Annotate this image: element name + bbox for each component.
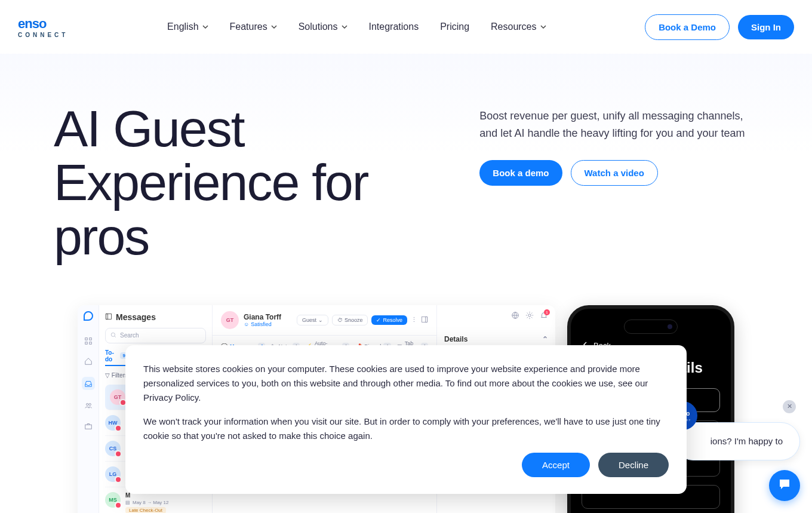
nav-integrations-label: Integrations xyxy=(369,21,419,32)
hero-left: AI Guest Experience for pros xyxy=(54,102,444,263)
chevron-down-icon xyxy=(342,24,347,30)
logo-text-top: enso xyxy=(18,16,68,32)
channel-badge-icon xyxy=(115,476,122,483)
hero-description: Boost revenue per guest, unify all messa… xyxy=(479,107,758,142)
main-nav: English Features Solutions Integrations … xyxy=(167,21,546,32)
logo-mini-icon xyxy=(84,311,93,321)
nav-features[interactable]: Features xyxy=(230,21,277,32)
bell-icon: 1 xyxy=(540,311,548,321)
home-icon xyxy=(84,357,93,366)
nav-language-label: English xyxy=(167,21,198,32)
resolve-label: Resolve xyxy=(383,317,402,323)
svg-point-1 xyxy=(528,314,531,317)
chat-fab-button[interactable] xyxy=(769,470,800,501)
svg-rect-13 xyxy=(426,317,427,322)
avatar: HW xyxy=(105,415,121,431)
chevron-down-icon xyxy=(202,24,208,30)
cookie-paragraph-1: This website stores cookies on your comp… xyxy=(143,362,669,405)
svg-rect-12 xyxy=(422,317,427,322)
nav-resources-label: Resources xyxy=(491,21,536,32)
hero-watch-video-button[interactable]: Watch a video xyxy=(571,160,658,186)
chat-status-text: Satisfied xyxy=(251,321,272,327)
nav-solutions[interactable]: Solutions xyxy=(299,21,347,32)
details-title-text: Details xyxy=(444,335,467,343)
site-header: enso CONNECT English Features Solutions … xyxy=(0,0,812,54)
nav-integrations[interactable]: Integrations xyxy=(369,21,419,32)
nav-solutions-label: Solutions xyxy=(299,21,338,32)
panel-toggle-icon xyxy=(421,316,428,324)
clock-icon: ⏱ xyxy=(337,317,343,323)
svg-point-11 xyxy=(111,333,115,336)
hero-right: Boost revenue per guest, unify all messa… xyxy=(479,102,758,263)
avatar: LG xyxy=(105,466,121,482)
chevron-down-icon xyxy=(540,24,546,30)
briefcase-icon xyxy=(84,421,93,431)
search-input: Search xyxy=(105,328,206,343)
messages-heading-text: Messages xyxy=(116,312,156,322)
chat-text: ions? I'm happy to xyxy=(710,436,783,446)
svg-rect-8 xyxy=(85,425,91,429)
chevron-down-icon xyxy=(271,24,277,30)
dp-topbar: 1 xyxy=(511,311,548,321)
filter-icon: ▽ xyxy=(105,372,112,379)
cookie-decline-button[interactable]: Decline xyxy=(598,453,669,477)
header-actions: Book a Demo Sign In xyxy=(645,14,794,40)
chat-header-name-block: Giana Torff ☺Satisfied xyxy=(244,313,281,327)
svg-rect-9 xyxy=(106,314,112,319)
notif-badge: 1 xyxy=(544,309,550,315)
avatar: GT xyxy=(110,389,125,405)
gear-icon xyxy=(525,311,534,321)
panel-icon xyxy=(105,312,112,322)
nav-features-label: Features xyxy=(230,21,267,32)
avatar: GT xyxy=(221,311,239,329)
dp-sidebar xyxy=(78,305,99,513)
users-icon xyxy=(84,401,93,410)
channel-badge-icon xyxy=(115,502,122,509)
svg-rect-5 xyxy=(89,342,91,345)
sign-in-button[interactable]: Sign In xyxy=(738,15,794,39)
convo-dates: May 8 → May 12 xyxy=(133,500,168,505)
channel-badge-icon xyxy=(115,450,122,457)
avatar: CS xyxy=(105,441,121,456)
cookie-accept-button[interactable]: Accept xyxy=(522,453,590,477)
hero-section: AI Guest Experience for pros Boost reven… xyxy=(0,54,812,287)
snooze-button: ⏱Snooze xyxy=(332,315,368,325)
avatar: MS xyxy=(105,492,121,508)
chevron-down-icon: ⌄ xyxy=(318,317,323,323)
search-placeholder: Search xyxy=(120,332,139,339)
svg-rect-4 xyxy=(85,342,87,345)
logo[interactable]: enso CONNECT xyxy=(18,16,68,38)
details-title: Details⌃ xyxy=(444,335,548,343)
svg-rect-10 xyxy=(106,314,108,319)
hero-actions: Book a demo Watch a video xyxy=(479,160,758,186)
cookie-banner: This website stores cookies on your comp… xyxy=(125,345,687,494)
nav-pricing[interactable]: Pricing xyxy=(440,21,469,32)
filters-btn: ▽ Filters xyxy=(105,372,128,379)
book-demo-button[interactable]: Book a Demo xyxy=(645,14,730,40)
nav-pricing-label: Pricing xyxy=(440,21,469,32)
tab-todo: To- do9 xyxy=(105,349,128,366)
guest-dropdown: Guest ⌄ xyxy=(297,315,328,325)
more-icon: ⋮ xyxy=(411,316,417,324)
dp-chat-header: GT Giana Torff ☺Satisfied Guest ⌄ ⏱Snooz… xyxy=(213,305,436,336)
chat-bubble[interactable]: enso CONNECT ✕ ions? I'm happy to xyxy=(674,422,800,460)
mobile-notch xyxy=(624,320,678,334)
guest-label: Guest xyxy=(302,317,316,323)
chat-widget: enso CONNECT ✕ ions? I'm happy to xyxy=(674,422,800,460)
hero-title: AI Guest Experience for pros xyxy=(54,102,444,263)
dashboard-icon xyxy=(84,336,93,346)
late-checkout-chip: Late Check-Out xyxy=(125,507,166,513)
svg-point-6 xyxy=(86,403,88,406)
nav-resources[interactable]: Resources xyxy=(491,21,546,32)
messages-heading: Messages xyxy=(105,312,206,322)
search-icon xyxy=(110,332,116,339)
cookie-paragraph-2: We won't track your information when you… xyxy=(143,414,669,443)
smile-icon: ☺ xyxy=(244,321,249,327)
chevron-up-icon: ⌃ xyxy=(542,335,548,343)
resolve-button: ✓Resolve xyxy=(371,315,407,325)
nav-language[interactable]: English xyxy=(167,21,208,32)
chat-status: ☺Satisfied xyxy=(244,321,281,327)
tab-todo-label: To- do xyxy=(105,349,118,363)
close-icon: ✕ xyxy=(787,402,792,411)
hero-book-demo-button[interactable]: Book a demo xyxy=(479,160,562,186)
